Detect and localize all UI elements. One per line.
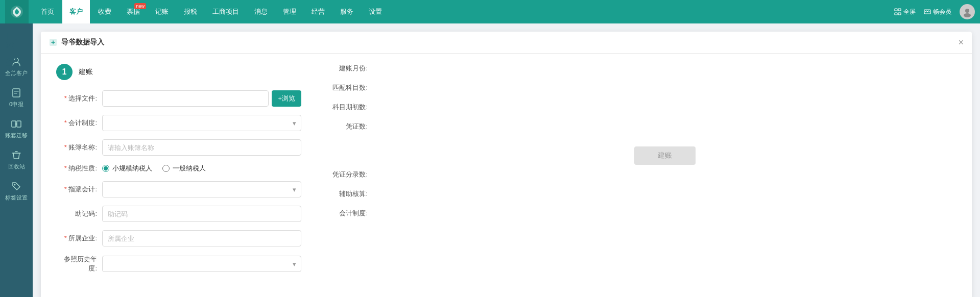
memo-code-row: 助记码: [56,206,301,222]
tax-type-row: 纳税性质: 小规模纳税人 一般纳税人 [56,164,301,173]
account-name-row: 账簿名称: [56,139,301,156]
form-section: 1 建账 选择文件: +浏览 会计制度: [56,64,301,281]
accounting-system-select-wrap [102,115,301,131]
sidebar-item-label-settings-label: 标签设置 [5,194,28,202]
tax-general-option[interactable]: 一般纳税人 [162,164,206,173]
svg-point-7 [965,9,969,13]
new-badge: new [134,3,146,9]
nav-customer[interactable]: 客户 [62,0,90,23]
voucher-count-row: 凭证数: [322,122,957,131]
nav-settings[interactable]: 设置 [362,0,389,23]
nav-bizproject[interactable]: 工商项目 [205,0,246,23]
company-row: 所属企业: [56,230,301,246]
tax-small-radio[interactable] [102,165,109,172]
assign-accountant-select[interactable] [102,181,301,197]
dialog-title: 导爷数据导入 [61,38,104,47]
sidebar-item-declaration[interactable]: 0申报 [0,83,33,112]
tax-type-radio-group: 小规模纳税人 一般纳税人 [102,164,301,173]
svg-rect-3 [895,13,897,15]
vip-label: 畅会员 [933,8,951,16]
file-row: +浏览 [102,90,301,107]
browse-button[interactable]: +浏览 [272,90,301,107]
ref-year-select[interactable] [102,256,301,272]
svg-rect-11 [12,121,16,127]
nav-manage[interactable]: 管理 [276,0,303,23]
ref-year-select-wrap [102,256,301,272]
accounting-system-row: 会计制度: [56,115,301,131]
svg-point-8 [964,13,971,17]
ref-year-row: 参照历史年度: [56,255,301,273]
build-button[interactable]: 建账 [634,146,696,165]
svg-rect-10 [13,89,20,97]
nav-right: 全屏 畅会员 [894,4,975,19]
sidebar-item-label-settings[interactable]: 标签设置 [0,177,33,206]
dialog-close-button[interactable]: × [958,38,964,47]
info-accounting-system-row: 会计制度: [322,209,957,218]
assign-accountant-row: 指派会计: [56,181,301,197]
tax-general-radio[interactable] [162,165,170,172]
nav-finance[interactable]: 经营 [304,0,332,23]
tax-small-option[interactable]: 小规模纳税人 [102,164,152,173]
voucher-count-label: 凭证数: [322,122,368,131]
sidebar-item-declaration-label: 0申报 [9,101,23,108]
sidebar-item-recycle-label: 回收站 [8,163,25,170]
app-logo[interactable] [5,0,29,23]
file-select-row: 选择文件: +浏览 [56,90,301,107]
info-accounting-system-label: 会计制度: [322,209,368,218]
match-subjects-row: 匹配科目数: [322,83,957,92]
nav-home[interactable]: 首页 [34,0,61,23]
ref-year-label: 参照历史年度: [56,255,97,273]
file-input[interactable] [102,90,269,107]
file-label: 选择文件: [56,94,97,103]
subject-init-row: 科目期初数: [322,103,957,112]
user-avatar[interactable] [960,4,975,19]
nav-service[interactable]: 服务 [333,0,361,23]
nav-accounts[interactable]: 记账 [148,0,176,23]
dialog-header: 导爷数据导入 [41,32,972,54]
sidebar-item-account-migration[interactable]: 账套迁移 [0,114,33,143]
voucher-entries-label: 凭证分录数: [322,170,368,179]
voucher-entries-row: 凭证分录数: [322,170,957,179]
nav-items: 首页 客户 收费 票据 new 记账 报税 工商项目 消息 管理 经营 服务 设… [34,0,894,23]
svg-rect-4 [898,13,901,15]
tax-general-label: 一般纳税人 [173,164,206,173]
svg-rect-1 [895,9,897,11]
sidebar-item-recycle[interactable]: 回收站 [0,145,33,175]
svg-point-13 [14,184,16,186]
step-circle: 1 [56,64,73,80]
dialog-body: 1 建账 选择文件: +浏览 会计制度: [41,54,972,291]
accounting-system-label: 会计制度: [56,118,97,128]
sidebar: EaRP 全部客户 0申报 账套迁移 [0,23,33,297]
dialog: 导爷数据导入 × 1 建账 选择文件: +浏览 [41,32,972,297]
fullscreen-button[interactable]: 全屏 [894,8,916,16]
build-month-label: 建账月份: [322,64,368,73]
step-header: 1 建账 [56,64,301,80]
aux-accounting-row: 辅助核算: [322,189,957,199]
memo-code-label: 助记码: [56,209,97,218]
tax-small-label: 小规模纳税人 [112,164,152,173]
nav-invoice[interactable]: 票据 new [119,0,147,23]
step-label: 建账 [79,67,93,77]
svg-rect-12 [17,121,21,127]
nav-tax[interactable]: 报税 [177,0,204,23]
earp-label: EaRP [0,28,22,79]
top-nav: 首页 客户 收费 票据 new 记账 报税 工商项目 消息 管理 经营 服务 设… [0,0,980,23]
match-subjects-label: 匹配科目数: [322,83,368,92]
accounting-system-select[interactable] [102,115,301,131]
aux-accounting-label: 辅助核算: [322,189,368,199]
main-content: 导爷数据导入 × 1 建账 选择文件: +浏览 [33,23,980,297]
subject-init-label: 科目期初数: [322,103,368,112]
tax-type-label: 纳税性质: [56,164,97,173]
layout: EaRP 全部客户 0申报 账套迁移 [0,23,980,297]
account-name-input[interactable] [102,139,301,156]
memo-code-input[interactable] [102,206,301,222]
company-input[interactable] [102,230,301,246]
nav-billing[interactable]: 收费 [91,0,118,23]
nav-message[interactable]: 消息 [247,0,275,23]
info-section: 建账月份: 匹配科目数: 科目期初数: 凭证数: [322,64,957,281]
company-label: 所属企业: [56,234,97,243]
svg-rect-2 [898,9,901,11]
import-icon [49,38,57,46]
vip-button[interactable]: 畅会员 [924,8,951,16]
assign-accountant-select-wrap [102,181,301,197]
